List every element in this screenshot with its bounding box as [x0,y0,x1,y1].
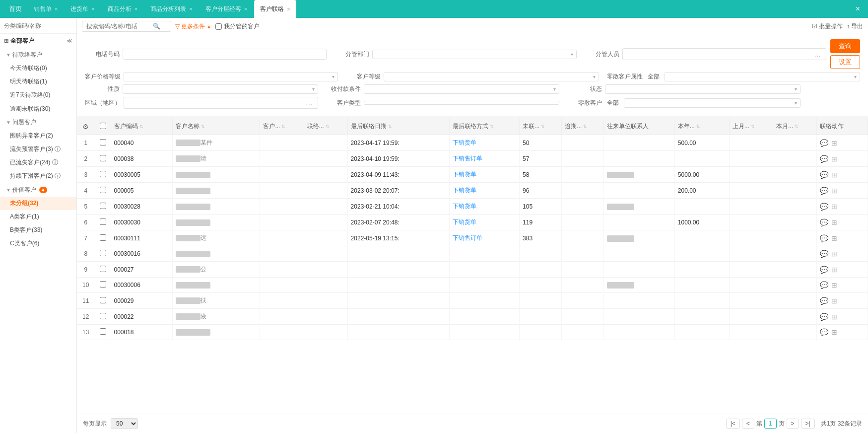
filter-level-select[interactable]: ▾ [384,72,599,81]
chat-icon[interactable]: 💬 [820,234,828,242]
row-last-method[interactable] [450,262,520,278]
row-name[interactable] [173,246,260,262]
page-prev-btn[interactable]: < [742,419,754,429]
filter-dept-select[interactable]: ▾ [372,50,576,59]
nav-home[interactable]: 首页 [4,4,27,13]
filter-ctype-select[interactable] [364,101,559,105]
row-last-method[interactable]: 下销货单 [450,215,520,230]
nav-tab-customer-contact-close[interactable]: × [287,6,290,12]
table-scroll[interactable]: ⚙ 客户编码 ⇅ [77,118,868,414]
batch-ops-btn[interactable]: ☑ 批量操作 [812,22,843,31]
grid-action-icon[interactable]: ⊞ [831,328,837,336]
chat-icon[interactable]: 💬 [820,218,828,226]
row-last-method[interactable]: 下销货单 [450,135,520,151]
chat-icon[interactable]: 💬 [820,171,828,179]
sidebar-item-tomorrow[interactable]: 明天待联络(1) [0,75,76,88]
row-name[interactable]: 液 [173,309,260,325]
grid-action-icon[interactable]: ⊞ [831,234,837,242]
grid-action-icon[interactable]: ⊞ [831,297,837,305]
row-name[interactable] [173,183,260,199]
nav-tab-analysis[interactable]: 商品分析 × [102,0,143,18]
nav-tab-purchase-close[interactable]: × [91,6,94,12]
filter-zero-cust-select[interactable]: ▾ [624,98,801,108]
col-thisyear-sort[interactable]: ⇅ [696,124,700,129]
row-checkbox[interactable] [100,297,106,303]
chat-icon[interactable]: 💬 [820,313,828,321]
row-method-link[interactable]: 下销货单 [453,187,476,194]
col-contact-sort[interactable]: ⇅ [326,124,330,129]
filter-my-customers[interactable]: 我分管的客户 [215,22,260,31]
nav-tab-sales-close[interactable]: × [55,6,58,12]
row-name[interactable] [173,199,260,215]
row-name[interactable]: 公 [173,262,260,278]
row-last-method[interactable]: 下销货单 [450,199,520,215]
col-code-sort[interactable]: ⇅ [139,124,143,129]
col-overdue-sort[interactable]: ⇅ [583,124,587,129]
sidebar-item-classC[interactable]: C类客户(6) [0,237,76,250]
filter-payment-select[interactable]: ▾ [364,84,559,94]
row-checkbox[interactable] [100,218,106,225]
row-checkbox[interactable] [100,250,106,256]
page-size-select[interactable]: 50 20 100 [111,418,138,429]
filter-search-input[interactable] [86,23,151,30]
sidebar-item-declining[interactable]: 持续下滑客户(2) ⓘ [0,169,76,183]
my-customers-checkbox[interactable] [215,23,222,30]
row-method-link[interactable]: 下销售订单 [453,155,482,162]
row-checkbox[interactable] [100,266,106,272]
row-last-method[interactable] [450,246,520,262]
all-customers-header[interactable]: ⊞ 全部客户 ≪ [0,34,76,48]
filter-zero-attr-select[interactable]: ▾ [665,72,860,81]
export-btn[interactable]: ↑ 导出 [847,22,863,31]
sidebar-collapse-icon[interactable]: ≪ [67,38,72,44]
sidebar-item-churned[interactable]: 已流失客户(24) ⓘ [0,156,76,169]
row-checkbox[interactable] [100,155,106,161]
row-name[interactable] [173,167,260,183]
nav-tab-customer-tier-close[interactable]: × [244,6,247,12]
row-name[interactable]: 扶 [173,293,260,309]
grid-action-icon[interactable]: ⊞ [831,250,837,258]
row-checkbox[interactable] [100,171,106,177]
sidebar-item-hoarding[interactable]: 囤购异常客户(2) [0,129,76,143]
row-last-method[interactable]: 下销售订单 [450,151,520,167]
grid-action-icon[interactable]: ⊞ [831,218,837,226]
row-checkbox[interactable] [100,313,106,319]
sidebar-item-ungrouped[interactable]: 未分组(32) [0,197,76,210]
filter-phone-input[interactable] [123,49,327,60]
sidebar-item-7days[interactable]: 近7天待联络(0) [0,88,76,102]
row-last-method[interactable]: 下销货单 [450,167,520,183]
nav-tab-analysis-close[interactable]: × [134,6,137,12]
row-last-method[interactable] [450,309,520,325]
grid-action-icon[interactable]: ⊞ [831,203,837,211]
row-last-method[interactable]: 下销售订单 [450,230,520,246]
grid-action-icon[interactable]: ⊞ [831,139,837,147]
row-checkbox[interactable] [100,203,106,209]
chat-icon[interactable]: 💬 [820,250,828,258]
page-last-btn[interactable]: >| [801,419,815,429]
filter-price-select[interactable]: ▾ [124,72,338,81]
query-button[interactable]: 查询 [830,39,860,53]
filter-gender-select[interactable]: ▾ [123,84,318,94]
row-method-link[interactable]: 下销售订单 [453,234,482,241]
nav-tab-analysis-list[interactable]: 商品分析列表 × [144,0,198,18]
sidebar-item-classB[interactable]: B类客户(33) [0,223,76,237]
chat-icon[interactable]: 💬 [820,187,828,195]
sidebar-item-today[interactable]: 今天待联络(0) [0,62,76,75]
col-method-sort[interactable]: ⇅ [490,124,494,129]
row-last-method[interactable] [450,325,520,340]
row-method-link[interactable]: 下销货单 [453,218,476,225]
gear-icon[interactable]: ⚙ [82,123,89,131]
select-all-checkbox[interactable] [100,123,106,129]
row-name[interactable]: 请 [173,151,260,167]
grid-action-icon[interactable]: ⊞ [831,281,837,289]
row-name[interactable] [173,278,260,293]
sidebar-group-pending[interactable]: ▼ 待联络客户 [0,48,76,62]
page-next-btn[interactable]: > [787,419,799,429]
sidebar-group-problem[interactable]: ▼ 问题客户 [0,116,76,129]
row-method-link[interactable]: 下销货单 [453,139,476,146]
reset-button[interactable]: 设置 [830,55,860,69]
row-last-method[interactable] [450,278,520,293]
col-unlinkd-sort[interactable]: ⇅ [541,124,545,129]
nav-tab-customer-tier[interactable]: 客户分层经客 × [200,0,253,18]
chat-icon[interactable]: 💬 [820,297,828,305]
nav-tab-sales[interactable]: 销售单 × [28,0,64,18]
